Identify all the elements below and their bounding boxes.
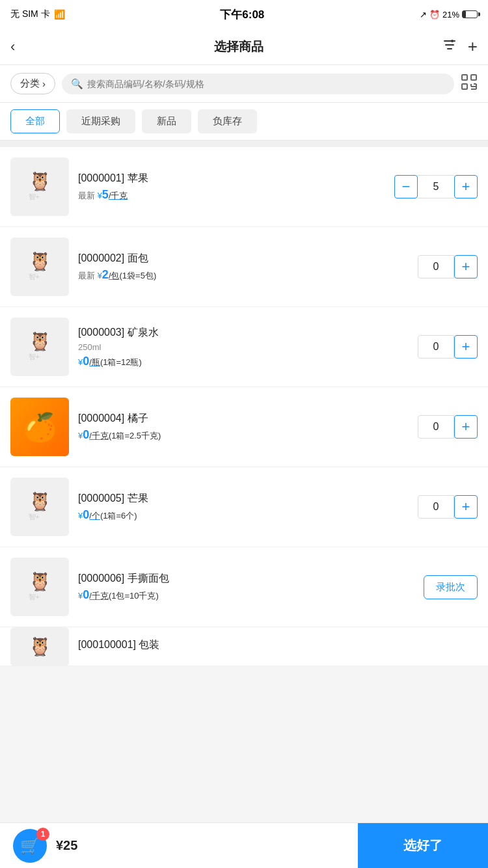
category-button[interactable]: 分类 › [10,73,55,94]
price-unit: /个 [89,511,100,521]
price-latest-label: 最新 [78,271,98,280]
price-extra-unit: (1箱=12瓶) [100,357,142,367]
table-row: 🦉 智+ [0000005] 芒果 ¥0/个(1箱=6个) + [0,467,488,547]
search-input[interactable] [87,79,445,89]
quantity-input-3[interactable] [418,335,454,359]
price-value: 0 [83,355,89,368]
search-bar: 分类 › 🔍 [0,65,488,103]
product-image-5: 🦉 智+ [10,478,69,536]
product-name-3: [0000003] 矿泉水 [78,326,409,340]
confirm-button[interactable]: 选好了 [358,823,488,869]
product-spec-3: 250ml [78,342,409,352]
status-left: 无 SIM 卡 📶 [10,8,65,20]
placeholder-owl-icon: 🦉 [29,252,51,271]
alarm-icon: ⏰ [429,10,440,20]
quantity-control-1: − + [394,175,478,198]
quantity-control-2: + [418,255,478,278]
currency-icon: ¥ [98,191,102,200]
product-name-1: [0000001] 苹果 [78,172,385,185]
product-info-1: [0000001] 苹果 最新 ¥5/千克 [78,172,385,202]
product-info-7: [000100001] 包装 [78,638,478,655]
quantity-input-2[interactable] [418,255,454,278]
search-input-wrap: 🔍 [62,74,454,94]
bottom-bar: 🛒 1 ¥25 选好了 [0,822,488,868]
location-icon: ↗ [420,10,427,20]
quantity-increase-1[interactable]: + [454,175,478,198]
nav-bar: ‹ 选择商品 + [0,29,488,65]
price-latest-label: 最新 [78,191,98,200]
tab-new[interactable]: 新品 [142,109,191,133]
section-divider [0,141,488,147]
price-unit: /千克 [109,191,128,200]
category-label: 分类 [20,77,40,90]
batch-button-wrap-6: 录批次 [424,575,478,599]
svg-rect-4 [462,75,467,80]
status-time: 下午6:08 [220,7,264,22]
quantity-control-3: + [418,335,478,359]
carrier-label: 无 SIM 卡 [10,8,50,20]
cart-icon: 🛒 [20,837,40,855]
product-name-4: [0000004] 橘子 [78,412,409,426]
price-unit: /千克 [89,431,109,441]
product-name-2: [0000002] 面包 [78,252,409,265]
quantity-input-5[interactable] [418,495,454,519]
battery-label: 21% [442,10,459,20]
quantity-increase-2[interactable]: + [454,255,478,278]
placeholder-owl-icon: 🦉 [29,172,51,191]
product-image-7: 🦉 [10,627,69,666]
chevron-right-icon: › [42,78,46,89]
table-row: 🦉 智+ [0000001] 苹果 最新 ¥5/千克 − + [0,147,488,227]
add-icon[interactable]: + [468,36,478,57]
quantity-input-1[interactable] [418,175,454,198]
tab-all[interactable]: 全部 [10,109,60,133]
svg-rect-6 [462,84,467,89]
svg-point-3 [451,40,454,42]
product-info-3: [0000003] 矿泉水 250ml ¥0/瓶(1箱=12瓶) [78,326,409,368]
product-price-1: 最新 ¥5/千克 [78,188,385,202]
quantity-control-4: + [418,415,478,439]
price-unit: /瓶 [89,357,100,367]
cart-icon-wrap[interactable]: 🛒 1 [13,829,47,863]
battery-icon [462,10,478,18]
quantity-input-4[interactable] [418,415,454,439]
cart-section: 🛒 1 ¥25 [0,829,358,863]
batch-button-6[interactable]: 录批次 [424,575,478,599]
price-unit: /千克 [89,591,109,601]
price-extra-unit: (1包=10千克) [109,591,159,601]
price-value: 5 [102,188,109,201]
status-bar: 无 SIM 卡 📶 下午6:08 ↗ ⏰ 21% [0,0,488,29]
product-info-4: [0000004] 橘子 ¥0/千克(1箱=2.5千克) [78,412,409,442]
price-value: 0 [83,508,89,521]
wifi-icon: 📶 [54,9,65,20]
quantity-increase-5[interactable]: + [454,495,478,519]
price-extra-unit: (1袋=5包) [120,271,157,280]
back-button[interactable]: ‹ [10,38,36,55]
quantity-increase-3[interactable]: + [454,335,478,359]
product-name-6: [0000006] 手撕面包 [78,572,414,586]
currency-icon: ¥ [98,271,102,280]
table-row: 🦉 智+ [0000006] 手撕面包 ¥0/千克(1包=10千克) 录批次 [0,547,488,627]
quantity-increase-4[interactable]: + [454,415,478,439]
product-price-6: ¥0/千克(1包=10千克) [78,588,414,602]
product-image-1: 🦉 智+ [10,157,69,216]
quantity-control-5: + [418,495,478,519]
placeholder-owl-icon: 🦉 [29,332,51,351]
scan-icon[interactable] [461,74,478,94]
product-price-3: ¥0/瓶(1箱=12瓶) [78,355,409,368]
svg-rect-5 [471,75,476,80]
tab-recent[interactable]: 近期采购 [66,109,135,133]
product-image-2: 🦉 智+ [10,237,69,296]
search-icon: 🔍 [71,78,83,90]
price-extra-unit: (1箱=2.5千克) [109,431,161,441]
product-image-4: 🍊 [10,398,69,456]
price-value: 0 [83,428,89,441]
product-list: 🦉 智+ [0000001] 苹果 最新 ¥5/千克 − + 🦉 智+ [000… [0,147,488,666]
table-row: 🦉 [000100001] 包装 [0,627,488,666]
quantity-decrease-1[interactable]: − [394,175,418,198]
product-price-4: ¥0/千克(1箱=2.5千克) [78,428,409,442]
product-price-5: ¥0/个(1箱=6个) [78,508,409,522]
product-name-5: [0000005] 芒果 [78,492,409,506]
filter-icon[interactable] [442,37,457,57]
tab-negative[interactable]: 负库存 [198,109,257,133]
status-right: ↗ ⏰ 21% [420,10,478,20]
